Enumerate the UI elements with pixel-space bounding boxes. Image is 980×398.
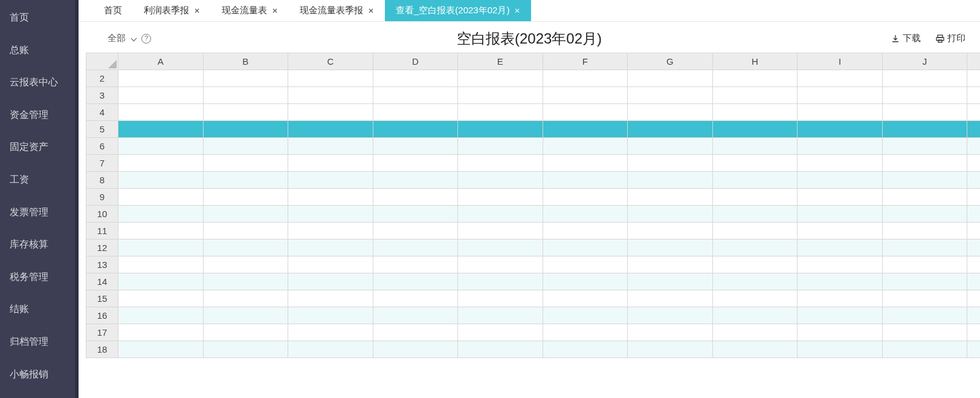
cell-E5[interactable] — [458, 121, 543, 138]
cell-C7[interactable] — [288, 155, 373, 172]
cell-C15[interactable] — [288, 290, 373, 307]
row-header-16[interactable]: 16 — [86, 307, 118, 324]
sidebar-item-archive[interactable]: 归档管理 — [0, 325, 79, 358]
cell-C5[interactable] — [288, 121, 373, 138]
cell-A15[interactable] — [118, 290, 203, 307]
cell-K3[interactable] — [967, 87, 980, 104]
cell-D3[interactable] — [373, 87, 458, 104]
cell-K6[interactable] — [967, 138, 980, 155]
row-header-12[interactable]: 12 — [86, 240, 118, 256]
cell-G11[interactable] — [628, 223, 713, 240]
cell-J13[interactable] — [882, 256, 967, 273]
column-header-J[interactable]: J — [882, 53, 967, 70]
cell-G3[interactable] — [628, 87, 713, 104]
cell-B17[interactable] — [203, 324, 288, 341]
row-header-5[interactable]: 5 — [86, 121, 118, 138]
cell-D13[interactable] — [373, 256, 458, 273]
cell-C13[interactable] — [288, 256, 373, 273]
cell-B18[interactable] — [203, 341, 288, 358]
sidebar-item-cloud-report[interactable]: 云报表中心 — [0, 66, 79, 99]
cell-B14[interactable] — [203, 273, 288, 290]
cell-H6[interactable] — [712, 138, 798, 155]
tab-4[interactable]: 查看_空白报表(2023年02月)✕ — [385, 0, 531, 21]
column-header-H[interactable]: H — [712, 53, 798, 70]
cell-H13[interactable] — [712, 256, 798, 273]
cell-J5[interactable] — [882, 121, 967, 138]
cell-H14[interactable] — [712, 273, 798, 290]
cell-F6[interactable] — [543, 138, 628, 155]
cell-D15[interactable] — [373, 290, 458, 307]
cell-K13[interactable] — [967, 256, 980, 273]
cell-J7[interactable] — [882, 155, 967, 172]
cell-I7[interactable] — [798, 155, 883, 172]
sidebar-item-closing[interactable]: 结账 — [0, 293, 79, 325]
cell-D4[interactable] — [373, 104, 458, 121]
cell-K7[interactable] — [967, 155, 980, 172]
cell-E18[interactable] — [458, 341, 543, 358]
close-icon[interactable]: ✕ — [514, 7, 520, 15]
column-header-F[interactable]: F — [543, 53, 628, 70]
cell-G13[interactable] — [628, 256, 713, 273]
column-header-K[interactable]: K — [967, 53, 980, 70]
cell-A8[interactable] — [118, 172, 203, 189]
cell-E8[interactable] — [458, 172, 543, 189]
cell-E2[interactable] — [458, 70, 543, 87]
cell-A16[interactable] — [118, 307, 203, 324]
cell-A17[interactable] — [118, 324, 203, 341]
sidebar-scrollbar[interactable] — [75, 0, 79, 398]
cell-D18[interactable] — [373, 341, 458, 358]
cell-J3[interactable] — [882, 87, 967, 104]
cell-H10[interactable] — [712, 206, 798, 223]
cell-B4[interactable] — [203, 104, 288, 121]
cell-I11[interactable] — [798, 223, 883, 240]
row-header-15[interactable]: 15 — [86, 290, 118, 307]
cell-E4[interactable] — [458, 104, 543, 121]
cell-K11[interactable] — [967, 223, 980, 240]
cell-B9[interactable] — [203, 189, 288, 206]
cell-K5[interactable] — [967, 121, 980, 138]
sidebar-item-tax[interactable]: 税务管理 — [0, 261, 79, 293]
cell-G18[interactable] — [628, 341, 713, 358]
cell-D5[interactable] — [373, 121, 458, 138]
cell-H15[interactable] — [712, 290, 798, 307]
sidebar-item-funds[interactable]: 资金管理 — [0, 99, 79, 131]
cell-G15[interactable] — [628, 290, 713, 307]
row-header-17[interactable]: 17 — [86, 324, 118, 341]
row-header-14[interactable]: 14 — [86, 273, 118, 290]
cell-K2[interactable] — [967, 70, 980, 87]
cell-D8[interactable] — [373, 172, 458, 189]
cell-A11[interactable] — [118, 223, 203, 240]
cell-G5[interactable] — [628, 121, 713, 138]
cell-F15[interactable] — [543, 290, 628, 307]
cell-G9[interactable] — [628, 189, 713, 206]
row-header-9[interactable]: 9 — [86, 189, 118, 206]
cell-D11[interactable] — [373, 223, 458, 240]
cell-B11[interactable] — [203, 223, 288, 240]
row-header-6[interactable]: 6 — [86, 138, 118, 155]
cell-I15[interactable] — [798, 290, 883, 307]
cell-H3[interactable] — [712, 87, 798, 104]
cell-J10[interactable] — [882, 206, 967, 223]
cell-H12[interactable] — [712, 240, 798, 256]
cell-B8[interactable] — [203, 172, 288, 189]
sidebar-item-ledger[interactable]: 总账 — [0, 34, 79, 67]
cell-J6[interactable] — [882, 138, 967, 155]
cell-G16[interactable] — [628, 307, 713, 324]
cell-C3[interactable] — [288, 87, 373, 104]
cell-F7[interactable] — [543, 155, 628, 172]
cell-A18[interactable] — [118, 341, 203, 358]
cell-H17[interactable] — [712, 324, 798, 341]
cell-A12[interactable] — [118, 240, 203, 256]
cell-J12[interactable] — [882, 240, 967, 256]
cell-C16[interactable] — [288, 307, 373, 324]
cell-K4[interactable] — [967, 104, 980, 121]
sidebar-item-invoice[interactable]: 发票管理 — [0, 196, 79, 229]
cell-I16[interactable] — [798, 307, 883, 324]
cell-H4[interactable] — [712, 104, 798, 121]
cell-F13[interactable] — [543, 256, 628, 273]
cell-E16[interactable] — [458, 307, 543, 324]
cell-H2[interactable] — [712, 70, 798, 87]
cell-C14[interactable] — [288, 273, 373, 290]
cell-B7[interactable] — [203, 155, 288, 172]
cell-A2[interactable] — [118, 70, 203, 87]
